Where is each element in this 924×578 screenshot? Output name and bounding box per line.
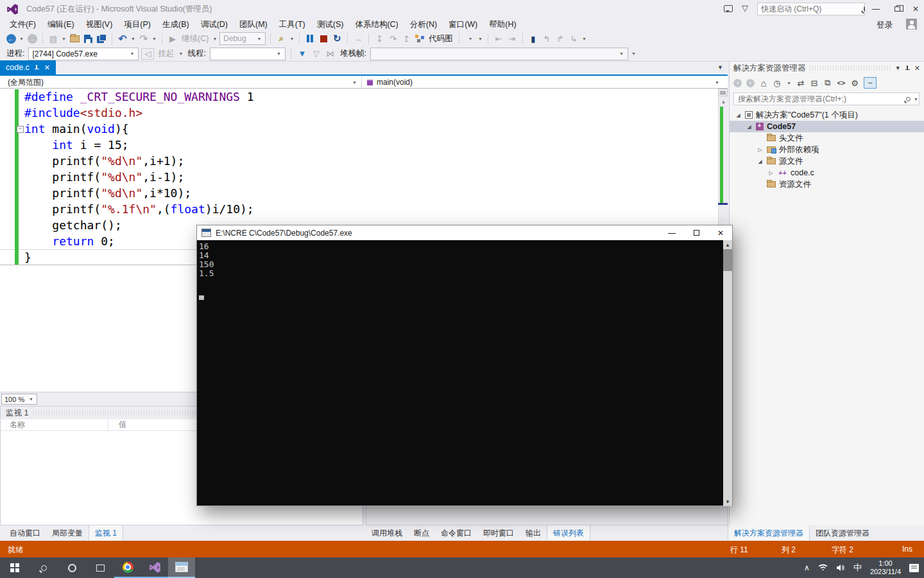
tree-expand-arrow[interactable]: ◢ — [735, 112, 742, 118]
menu-item[interactable]: 视图(V) — [80, 18, 119, 31]
menu-item[interactable]: 体系结构(C) — [349, 18, 404, 31]
panel-tab[interactable]: 解决方案资源管理器 — [728, 525, 810, 542]
cortana-button[interactable] — [58, 557, 86, 578]
pending-changes-filter-icon[interactable]: ◷ — [773, 77, 782, 89]
suspend-label[interactable]: 挂起 — [158, 48, 174, 59]
new-file-icon[interactable]: ▤ — [47, 31, 59, 46]
close-panel-icon[interactable]: ✕ — [914, 64, 920, 73]
code-line[interactable]: printf("%.1f\n",(float)i/10); — [0, 201, 718, 217]
stack-frame-dropdown[interactable]: ▼ — [370, 48, 628, 60]
console-close-button[interactable]: ✕ — [710, 225, 731, 240]
auto-hide-pin-icon[interactable] — [905, 66, 911, 71]
properties-icon[interactable]: ⚙ — [850, 77, 859, 89]
console-title-bar[interactable]: E:\NCRE C\Code57\Debug\Code57.exe — [197, 225, 732, 240]
watch-col-name[interactable]: 名称 — [1, 419, 108, 430]
filter-flagged-icon[interactable]: ▽ — [311, 47, 322, 61]
task-view-button[interactable] — [86, 557, 114, 578]
show-next-statement-icon[interactable]: → — [352, 31, 364, 46]
code-line[interactable]: #include<stdio.h> — [0, 105, 718, 121]
toolbar-overflow-2[interactable]: ▼ — [581, 37, 587, 41]
save-icon[interactable] — [82, 31, 94, 46]
break-all-icon[interactable] — [304, 31, 316, 46]
clear-bookmarks-icon[interactable]: ↳ — [568, 31, 579, 46]
tab-code-c[interactable]: code.c ✕ — [0, 60, 56, 74]
document-list-dropdown[interactable]: ▼ — [717, 64, 723, 71]
solution-search-box[interactable]: ▼ — [733, 92, 920, 105]
visual-studio-taskbar-button[interactable] — [141, 557, 168, 578]
tree-expand-arrow[interactable]: ◢ — [757, 159, 764, 164]
toolbar-overflow-3[interactable]: ▼ — [631, 51, 637, 56]
panel-tab[interactable]: 输出 — [520, 525, 547, 542]
filter-threads-icon[interactable]: ▼ — [296, 47, 308, 61]
menu-item[interactable]: 帮助(H) — [483, 18, 522, 31]
console-maximize-button[interactable] — [686, 225, 706, 240]
console-minimize-button[interactable]: — — [662, 225, 682, 240]
tree-expand-arrow[interactable]: ◢ — [746, 124, 753, 130]
code-line[interactable]: int main(void){ — [0, 121, 718, 137]
tree-item-folder-deps[interactable]: ▷外部依赖项 — [730, 144, 924, 155]
ime-indicator[interactable]: 中 — [853, 562, 862, 574]
indent-icon[interactable]: ⇥ — [506, 31, 518, 46]
solution-configuration-dropdown[interactable]: Debug▼ — [219, 32, 266, 45]
editor-zoom-dropdown[interactable]: 100 %▼ — [1, 394, 37, 405]
close-button[interactable]: ✕ — [907, 3, 924, 15]
redo-dropdown[interactable]: ▼ — [151, 37, 157, 41]
view-code-icon[interactable]: <> — [837, 77, 846, 89]
panel-tab[interactable]: 断点 — [408, 525, 435, 542]
panel-tab[interactable]: 命令窗口 — [435, 525, 477, 542]
menu-item[interactable]: 团队(M) — [234, 18, 273, 31]
panel-tab[interactable]: 即时窗口 — [477, 525, 520, 542]
tree-item-folder[interactable]: 资源文件 — [730, 179, 924, 190]
code-line[interactable]: printf("%d\n",i-1); — [0, 169, 718, 185]
panel-tab[interactable]: 错误列表 — [547, 525, 590, 542]
thread-dropdown[interactable]: ▼ — [210, 48, 286, 60]
save-all-icon[interactable] — [96, 31, 107, 46]
tree-item-folder[interactable]: ◢源文件 — [730, 155, 924, 167]
sync-with-active-document-icon[interactable]: ⇄ — [796, 77, 805, 89]
se-back-icon[interactable]: ‹ — [733, 79, 742, 87]
new-file-dropdown[interactable]: ▼ — [61, 37, 67, 41]
stop-debugging-icon[interactable] — [318, 31, 329, 46]
undo-dropdown[interactable]: ▼ — [130, 37, 136, 41]
feedback-icon[interactable] — [724, 5, 733, 12]
panel-tab[interactable]: 自动窗口 — [4, 525, 46, 542]
menu-item[interactable]: 窗口(W) — [443, 18, 483, 31]
code-line[interactable]: printf("%d\n",i+1); — [0, 153, 718, 169]
toggle-method-view-icon[interactable]: ⋈ — [325, 47, 336, 61]
user-avatar[interactable] — [906, 19, 917, 30]
show-all-files-icon[interactable]: ⧉ — [823, 77, 832, 89]
preview-selected-items-icon[interactable]: − — [864, 77, 877, 89]
code-line[interactable]: printf("%d\n",i*10); — [0, 185, 718, 201]
chrome-taskbar-button[interactable] — [114, 557, 141, 578]
menu-item[interactable]: 工具(T) — [273, 18, 311, 31]
console-scroll-up-icon[interactable]: ▲ — [723, 240, 732, 249]
menu-item[interactable]: 项目(P) — [118, 18, 157, 31]
continue-dropdown[interactable]: ▼ — [212, 37, 218, 41]
suspend-icon[interactable]: ◁ — [141, 48, 154, 60]
undo-icon[interactable]: ↶ — [117, 31, 128, 46]
close-tab-icon[interactable]: ✕ — [44, 64, 50, 72]
console-scroll-down-icon[interactable]: ▼ — [723, 497, 732, 506]
menu-item[interactable]: 分析(N) — [404, 18, 443, 31]
minimize-button[interactable]: — — [868, 3, 884, 15]
navigate-back-dropdown[interactable]: ▼ — [19, 37, 24, 41]
next-bookmark-icon[interactable]: ↱ — [554, 31, 566, 46]
taskbar-clock[interactable]: 1:00 2023/11/4 — [870, 559, 901, 576]
code-line[interactable]: int i = 15; — [0, 137, 718, 153]
fold-collapse-icon[interactable]: − — [17, 126, 24, 133]
menu-item[interactable]: 调试(D) — [195, 18, 234, 31]
tree-item-folder[interactable]: 头文件 — [730, 132, 924, 144]
step-out-icon[interactable]: ↥ — [400, 31, 412, 46]
toggle-bookmark-icon[interactable]: ▮ — [527, 31, 539, 46]
restart-icon[interactable]: ↻ — [331, 31, 343, 46]
quick-launch-box[interactable] — [757, 3, 865, 15]
start-button[interactable] — [0, 557, 30, 578]
scroll-up-icon[interactable]: ▲ — [719, 97, 728, 106]
suspend-dropdown[interactable]: ▼ — [178, 51, 184, 56]
solution-explorer-header[interactable]: 解决方案资源管理器 ▼ ✕ — [730, 62, 924, 74]
notifications-flag-icon[interactable]: ▽ — [742, 3, 748, 13]
pin-tab-icon[interactable] — [34, 65, 40, 71]
taskbar-search-button[interactable] — [30, 557, 58, 578]
window-position-dropdown[interactable]: ▼ — [895, 65, 901, 71]
step-into-icon[interactable]: ↧ — [373, 31, 385, 46]
